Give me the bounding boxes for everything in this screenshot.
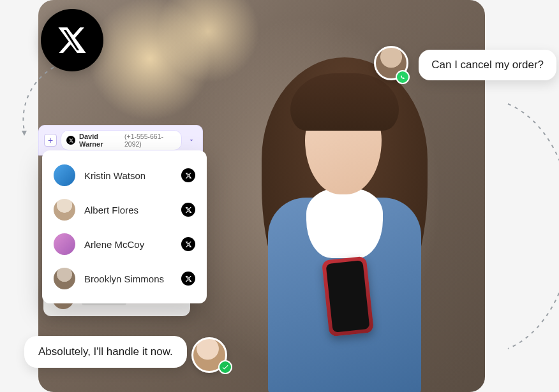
avatar [54,164,75,186]
avatar [54,268,75,289]
incoming-message-bubble: Can I cancel my order? [419,50,556,80]
platform-badge-x [41,9,103,71]
chevron-down-icon[interactable] [186,134,197,146]
contact-option[interactable]: Brooklyn Simmons [42,261,207,296]
selected-contact-name: David Warner [79,133,121,148]
x-platform-icon [66,136,75,145]
selected-contact-phone: (+1-555-661-2092) [124,133,176,148]
x-logo-icon [57,25,87,55]
contact-option-name: Albert Flores [84,205,172,215]
add-contact-button[interactable]: + [44,134,57,147]
contact-option-name: Kristin Watson [84,170,172,181]
whatsapp-badge-icon [396,70,410,84]
outgoing-message-bubble: Absolutely, I'll handle it now. [24,336,187,368]
avatar [54,233,75,255]
x-platform-icon [181,237,195,251]
person-illustration [230,38,459,392]
contact-option[interactable]: Kristin Watson [42,158,207,192]
x-platform-icon [181,168,195,182]
svg-marker-0 [22,131,27,136]
contact-option-name: Brooklyn Simmons [84,273,172,284]
contact-option-name: Arlene McCoy [84,239,172,250]
x-platform-icon [181,203,195,217]
contact-dropdown: Kristin Watson Albert Flores Arlene McCo… [42,150,207,303]
contact-option[interactable]: Arlene McCoy [42,227,207,261]
outgoing-message-text: Absolutely, I'll handle it now. [38,345,173,358]
contact-picker: + David Warner (+1-555-661-2092) Kristin… [38,125,203,156]
x-platform-icon [181,272,195,286]
incoming-message-text: Can I cancel my order? [431,59,544,71]
verified-check-icon [218,360,232,374]
selected-contact-chip[interactable]: David Warner (+1-555-661-2092) [61,130,182,150]
avatar [54,199,75,221]
contact-option[interactable]: Albert Flores [42,192,207,227]
